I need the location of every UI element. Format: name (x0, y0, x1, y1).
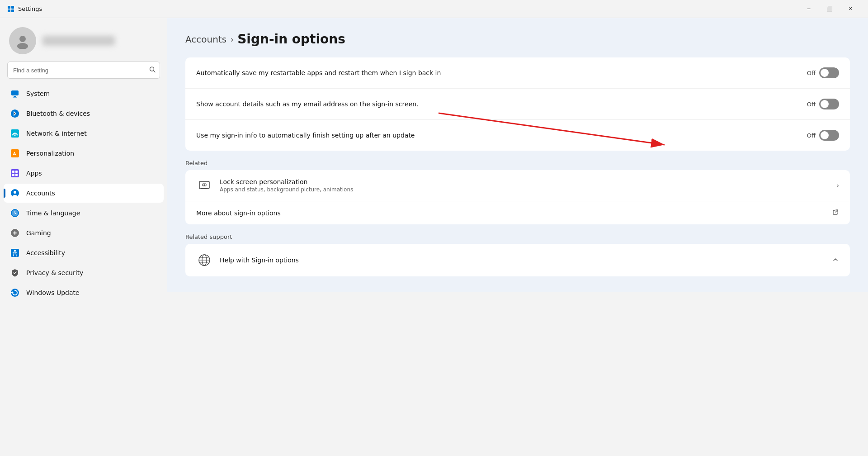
sidebar-item-system[interactable]: System (4, 84, 164, 103)
window-controls: − ⬜ ✕ (798, 2, 861, 16)
sidebar-item-time[interactable]: Time & language (4, 204, 164, 223)
sidebar-item-accessibility[interactable]: Accessibility (4, 243, 164, 262)
system-label: System (26, 90, 50, 97)
svg-rect-17 (15, 171, 18, 173)
help-chevron-icon (832, 256, 839, 265)
privacy-label: Privacy & security (26, 269, 83, 276)
related-card: Lock screen personalization Apps and sta… (185, 170, 850, 224)
sidebar-item-personalization[interactable]: Personalization (4, 144, 164, 163)
bluetooth-label: Bluetooth & devices (26, 110, 90, 117)
profile-name (42, 36, 115, 46)
minimize-button[interactable]: − (798, 2, 819, 16)
svg-line-7 (154, 71, 156, 72)
toggle-restart-apps[interactable] (819, 67, 839, 78)
svg-rect-16 (12, 171, 14, 173)
lock-screen-chevron: › (836, 182, 839, 189)
support-card: Help with Sign-in options (185, 244, 850, 276)
sidebar-item-network[interactable]: Network & internet (4, 124, 164, 143)
accessibility-icon (10, 248, 20, 258)
svg-rect-10 (13, 97, 17, 98)
sidebar-item-privacy[interactable]: Privacy & security (4, 263, 164, 282)
related-support-section-label: Related support (185, 233, 850, 240)
setting-row-show-account: Show account details such as my email ad… (185, 89, 850, 120)
update-label: Windows Update (26, 289, 80, 296)
gaming-icon (10, 228, 20, 238)
related-row-lock-screen[interactable]: Lock screen personalization Apps and sta… (185, 170, 850, 201)
external-link-icon (832, 209, 839, 217)
sidebar-item-accounts[interactable]: Accounts (4, 184, 164, 203)
search-box[interactable] (7, 62, 160, 79)
gaming-label: Gaming (26, 229, 51, 237)
time-icon (10, 208, 20, 218)
toggle-wrap-restart-apps: Off (807, 67, 839, 78)
support-row-help-left: Help with Sign-in options (196, 252, 299, 268)
system-icon (10, 89, 20, 99)
search-icon (149, 66, 156, 74)
privacy-icon (10, 268, 20, 278)
main-content: Accounts › Sign-in options Automatically… (167, 18, 868, 292)
setting-label-signin-info: Use my sign-in info to automatically fin… (196, 132, 807, 139)
time-label: Time & language (26, 209, 80, 217)
sidebar-item-bluetooth[interactable]: Bluetooth & devices (4, 104, 164, 123)
svg-rect-8 (11, 90, 19, 95)
svg-rect-33 (201, 188, 208, 189)
avatar (9, 27, 36, 54)
bluetooth-icon (10, 109, 20, 119)
help-icon (196, 252, 212, 268)
profile-section[interactable] (0, 18, 167, 62)
apps-icon (10, 168, 20, 178)
setting-row-signin-info: Use my sign-in info to automatically fin… (185, 120, 850, 151)
app-window: System Bluetooth & devices Network & int… (0, 18, 868, 456)
close-button[interactable]: ✕ (840, 2, 861, 16)
accessibility-label: Accessibility (26, 249, 65, 256)
svg-rect-1 (11, 6, 14, 9)
main-content-wrapper: Accounts › Sign-in options Automatically… (167, 18, 868, 456)
svg-rect-9 (14, 96, 16, 97)
setting-row-restart-apps: Automatically save my restartable apps a… (185, 57, 850, 89)
page-title: Sign-in options (237, 32, 345, 47)
related-row-more-left: More about sign-in options (196, 209, 281, 217)
update-icon (10, 288, 20, 298)
titlebar: Settings − ⬜ ✕ (0, 0, 868, 18)
sidebar: System Bluetooth & devices Network & int… (0, 18, 167, 456)
lock-screen-sublabel: Apps and status, background picture, ani… (220, 186, 353, 193)
svg-point-13 (14, 135, 16, 136)
support-row-help[interactable]: Help with Sign-in options (185, 244, 850, 276)
personalization-icon (10, 148, 20, 158)
svg-rect-27 (14, 231, 15, 235)
svg-rect-18 (12, 174, 14, 176)
sidebar-item-gaming[interactable]: Gaming (4, 223, 164, 242)
network-icon (10, 128, 20, 138)
search-input[interactable] (7, 62, 160, 79)
personalization-label: Personalization (26, 150, 74, 157)
help-signin-label: Help with Sign-in options (220, 256, 299, 264)
related-section-label: Related (185, 160, 850, 166)
svg-rect-15 (11, 169, 19, 177)
maximize-button[interactable]: ⬜ (819, 2, 840, 16)
svg-rect-2 (8, 10, 10, 12)
svg-rect-35 (204, 185, 205, 186)
breadcrumb: Accounts › Sign-in options (185, 32, 850, 47)
toggle-signin-info[interactable] (819, 130, 839, 141)
sidebar-item-update[interactable]: Windows Update (4, 283, 164, 302)
setting-label-restart-apps: Automatically save my restartable apps a… (196, 69, 807, 76)
window-title: Settings (18, 5, 798, 12)
lock-screen-icon (196, 177, 212, 194)
svg-rect-3 (11, 10, 14, 12)
svg-point-29 (14, 250, 16, 252)
more-signin-label: More about sign-in options (196, 209, 281, 217)
related-row-lock-screen-left: Lock screen personalization Apps and sta… (196, 177, 353, 194)
svg-point-5 (17, 43, 28, 49)
settings-card: Automatically save my restartable apps a… (185, 57, 850, 151)
accounts-label: Accounts (26, 190, 55, 197)
setting-label-show-account: Show account details such as my email ad… (196, 100, 807, 108)
svg-point-21 (14, 191, 16, 194)
lock-screen-label: Lock screen personalization (220, 178, 353, 185)
apps-label: Apps (26, 170, 42, 177)
sidebar-item-apps[interactable]: Apps (4, 164, 164, 183)
breadcrumb-parent[interactable]: Accounts (185, 34, 226, 45)
network-label: Network & internet (26, 130, 87, 137)
toggle-show-account[interactable] (819, 99, 839, 109)
app-icon (7, 5, 14, 13)
related-row-more-signin[interactable]: More about sign-in options (185, 201, 850, 224)
